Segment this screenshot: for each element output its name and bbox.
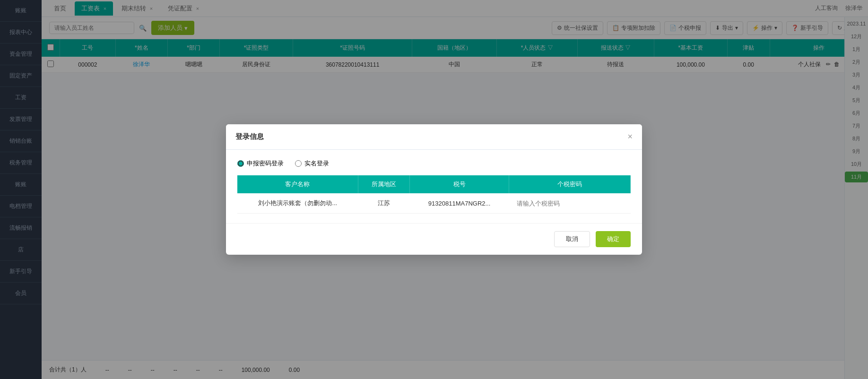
confirm-button[interactable]: 确定 <box>596 231 631 247</box>
modal-table-row: 刘小艳演示账套（勿删勿动... 江苏 91320811MA7NGR2... <box>237 193 631 214</box>
modal-overlay: 登录信息 × 申报密码登录 实名登录 客户名称 所属地区 <box>0 0 868 379</box>
modal-col-name: 客户名称 <box>237 175 358 193</box>
radio-password-label: 申报密码登录 <box>247 159 284 168</box>
radio-realname-login[interactable]: 实名登录 <box>295 159 329 168</box>
modal-body: 申报密码登录 实名登录 客户名称 所属地区 税号 个税密码 <box>226 150 642 223</box>
modal-header: 登录信息 × <box>226 124 642 150</box>
tax-password-input[interactable] <box>517 200 623 207</box>
modal-cell-password[interactable] <box>509 193 631 214</box>
login-info-modal: 登录信息 × 申报密码登录 实名登录 客户名称 所属地区 <box>226 124 642 255</box>
modal-col-taxno: 税号 <box>410 175 509 193</box>
radio-password-login[interactable]: 申报密码登录 <box>237 159 284 168</box>
modal-table: 客户名称 所属地区 税号 个税密码 刘小艳演示账套（勿删勿动... 江苏 913… <box>237 175 631 214</box>
radio-password-input[interactable] <box>237 160 244 167</box>
modal-cell-taxno: 91320811MA7NGR2... <box>410 193 509 214</box>
modal-close-button[interactable]: × <box>627 132 633 142</box>
modal-cell-name: 刘小艳演示账套（勿删勿动... <box>237 193 358 214</box>
radio-realname-label: 实名登录 <box>304 159 329 168</box>
cancel-button[interactable]: 取消 <box>554 231 590 247</box>
radio-realname-input[interactable] <box>295 160 302 167</box>
modal-title: 登录信息 <box>235 132 264 141</box>
modal-cell-region: 江苏 <box>358 193 409 214</box>
modal-footer: 取消 确定 <box>226 223 642 255</box>
login-type-radio-group: 申报密码登录 实名登录 <box>237 159 631 168</box>
modal-col-password: 个税密码 <box>509 175 631 193</box>
modal-col-region: 所属地区 <box>358 175 409 193</box>
